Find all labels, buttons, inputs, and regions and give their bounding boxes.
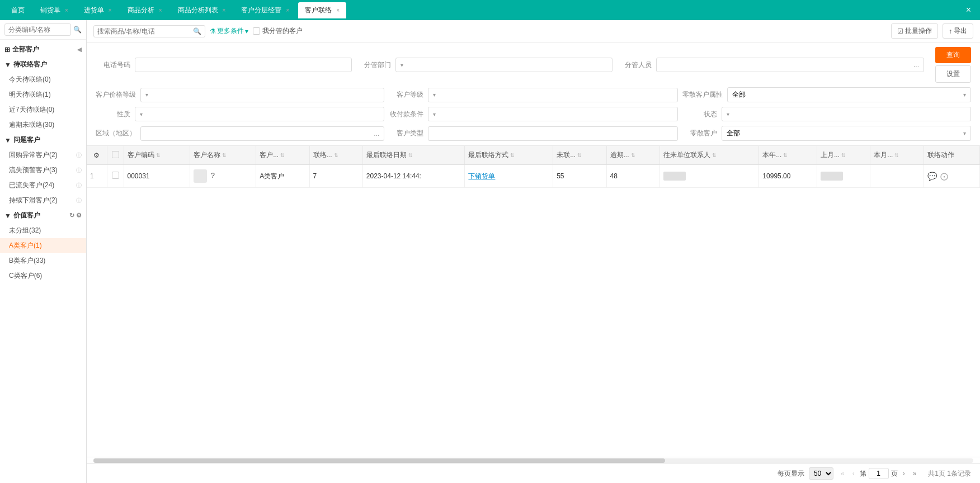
th-code: 客户编码 ⇅ (124, 146, 190, 165)
table-row: 1 000031 ? A类客户 (87, 165, 980, 188)
next-page-button[interactable]: › (900, 468, 908, 479)
nature-dropdown-icon: ▾ (140, 111, 143, 117)
last-page-button[interactable]: » (910, 468, 920, 479)
first-page-button[interactable]: « (838, 468, 847, 479)
filter-row-3: 性质 ▾ 收付款条件 ▾ 状态 ▾ (96, 107, 971, 121)
select-all-checkbox[interactable] (112, 151, 119, 158)
nav-purchase[interactable]: 进货单 × (77, 2, 119, 18)
batch-op-button[interactable]: ☑ 批量操作 (891, 23, 938, 39)
sort-uncontacted-icon[interactable]: ⇅ (577, 153, 582, 158)
nature-field: 性质 ▾ (96, 107, 384, 121)
sidebar-item-repurchase[interactable]: 回购异常客户(2) ⓘ (0, 148, 86, 163)
nav-product-analysis[interactable]: 商品分析 × (121, 2, 169, 18)
page-size-select[interactable]: 50 (809, 467, 833, 480)
phone-input[interactable] (135, 58, 352, 72)
retail2-input[interactable]: 全部 ▾ (722, 126, 971, 141)
sidebar-problem-section[interactable]: ▼ 问题客户 (0, 132, 86, 148)
region-more-icon[interactable]: ... (374, 130, 379, 138)
qrcode-icon[interactable]: ⨀ (940, 172, 948, 181)
th-this-month: 本月... ⇅ (870, 146, 924, 165)
export-button[interactable]: ↑ 导出 (943, 23, 973, 39)
sidebar: 🔍 ⊞ 全部客户 ◀ ▼ 待联络客户 今天待联络(0) 明天待联络(1) (0, 20, 87, 483)
sidebar-item-class-b[interactable]: B类客户(33) (0, 253, 86, 268)
total-text: 共1页 1条记录 (928, 469, 971, 479)
person-more-icon[interactable]: ... (913, 61, 919, 69)
nav-customer-tier[interactable]: 客户分层经营 × (234, 2, 296, 18)
sidebar-item-today[interactable]: 今天待联络(0) (0, 72, 86, 87)
th-action: 联络动作 (924, 146, 979, 165)
collapse-all-icon[interactable]: ◀ (77, 46, 82, 53)
customer-type-input[interactable] (428, 126, 677, 141)
last-method-link[interactable]: 下销货单 (468, 172, 495, 180)
sidebar-pending-section[interactable]: ▼ 待联络客户 (0, 57, 86, 72)
customer-level-input[interactable]: ▾ (428, 88, 677, 102)
person-input[interactable]: ... (656, 58, 924, 72)
sort-tmonth-icon[interactable]: ⇅ (894, 153, 899, 158)
gear-icon[interactable]: ⚙ (93, 151, 100, 159)
my-customers-checkbox-wrap[interactable]: 我分管的客户 (253, 26, 303, 36)
grid-icon: ⊞ (4, 46, 10, 54)
close-product-analysis-icon[interactable]: × (159, 7, 162, 13)
last-month-placeholder (821, 172, 843, 181)
nature-input[interactable]: ▾ (135, 107, 384, 121)
sort-lmonth-icon[interactable]: ⇅ (841, 153, 846, 158)
payment-input[interactable]: ▾ (428, 107, 677, 121)
sort-unit-icon[interactable]: ⇅ (712, 153, 717, 158)
close-product-list-icon[interactable]: × (223, 7, 226, 13)
sidebar-value-section[interactable]: ▼ 价值客户 ↻ ⚙ (0, 208, 86, 223)
search-input[interactable] (97, 27, 193, 35)
sort-method-icon[interactable]: ⇅ (510, 153, 515, 158)
more-conditions-button[interactable]: ⚗ 更多条件 ▾ (210, 26, 248, 36)
horizontal-scrollbar-thumb[interactable] (93, 458, 665, 463)
sidebar-item-unclassified[interactable]: 未分组(32) (0, 223, 86, 238)
region-input[interactable]: ... (140, 126, 384, 141)
prev-page-button[interactable]: ‹ (850, 468, 858, 479)
sort-type-icon[interactable]: ⇅ (280, 153, 285, 158)
sort-code-icon[interactable]: ⇅ (156, 153, 161, 158)
query-button[interactable]: 查询 (935, 47, 971, 63)
row-code: 000031 (124, 165, 190, 188)
sidebar-item-tomorrow[interactable]: 明天待联络(1) (0, 87, 86, 102)
nav-home[interactable]: 首页 (4, 2, 31, 18)
unit-contact-placeholder (663, 172, 686, 181)
sidebar-item-7days[interactable]: 近7天待联络(0) (0, 102, 86, 117)
nav-product-list[interactable]: 商品分析列表 × (171, 2, 233, 18)
sidebar-item-declining[interactable]: 持续下滑客户(2) ⓘ (0, 193, 86, 208)
sidebar-item-churn-warning[interactable]: 流失预警客户(3) ⓘ (0, 163, 86, 178)
sidebar-search-input[interactable] (4, 23, 71, 36)
sidebar-item-churned[interactable]: 已流失客户(24) ⓘ (0, 178, 86, 193)
page-input[interactable] (869, 468, 889, 479)
sidebar-all-customers[interactable]: ⊞ 全部客户 ◀ (0, 42, 86, 57)
sidebar-item-overdue[interactable]: 逾期未联络(30) (0, 117, 86, 132)
sort-contact-icon[interactable]: ⇅ (334, 153, 338, 158)
row-checkbox[interactable] (112, 172, 119, 179)
setting-button[interactable]: 设置 (935, 65, 971, 83)
sidebar-search-icon[interactable]: 🔍 (73, 26, 82, 34)
close-sales-icon[interactable]: × (65, 7, 68, 13)
status-dropdown-icon: ▾ (727, 111, 729, 117)
sort-overdue-icon[interactable]: ⇅ (631, 153, 635, 158)
filter-search-icon[interactable]: 🔍 (193, 27, 201, 35)
retail-attr-input[interactable]: 全部 ▾ (727, 87, 971, 102)
sort-name-icon[interactable]: ⇅ (222, 153, 227, 158)
nav-customer-contact[interactable]: 客户联络 × (298, 2, 346, 18)
close-customer-tier-icon[interactable]: × (286, 7, 289, 13)
settings-icon[interactable]: ⚙ (76, 212, 82, 219)
sort-date-icon[interactable]: ⇅ (408, 153, 413, 158)
dept-input[interactable]: ▾ (395, 58, 613, 72)
refresh-icon[interactable]: ↻ (69, 212, 74, 219)
price-level-input[interactable]: ▾ (140, 88, 384, 102)
my-customers-checkbox[interactable] (253, 27, 260, 35)
sidebar-item-class-a[interactable]: A类客户(1) (0, 238, 86, 253)
sort-year-icon[interactable]: ⇅ (783, 153, 788, 158)
status-input[interactable]: ▾ (722, 107, 971, 121)
nav-sales[interactable]: 销货单 × (34, 2, 75, 18)
close-all-tabs-button[interactable]: × (962, 3, 976, 17)
sidebar-item-class-c[interactable]: C类客户(6) (0, 268, 86, 283)
close-customer-contact-icon[interactable]: × (336, 7, 340, 13)
comment-icon[interactable]: 💬 (927, 172, 937, 181)
horizontal-scrollbar-track[interactable] (93, 458, 973, 463)
close-purchase-icon[interactable]: × (109, 7, 112, 13)
th-last-method: 最后联络方式 ⇅ (465, 146, 553, 165)
filter-right-actions: ☑ 批量操作 ↑ 导出 (891, 23, 973, 39)
